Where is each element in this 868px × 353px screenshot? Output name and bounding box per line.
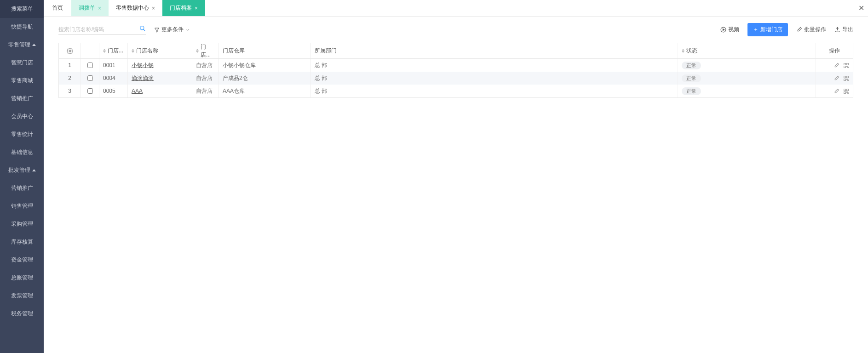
sidebar-item-sales-mgmt[interactable]: 销售管理 [0, 197, 44, 215]
warehouse-column: 门店仓库 [219, 43, 311, 58]
name-column[interactable]: 门店名称 [128, 43, 192, 58]
batch-label: 批量操作 [804, 26, 826, 34]
svg-rect-6 [844, 63, 846, 65]
sidebar-item-member-center[interactable]: 会员中心 [0, 108, 44, 125]
sidebar-item-purchase-mgmt[interactable]: 采购管理 [0, 215, 44, 233]
header-label: 门店... [108, 47, 123, 55]
row-checkbox-cell [81, 85, 99, 97]
sidebar-item-search-menu[interactable]: 搜索菜单 [0, 0, 44, 18]
sidebar-item-retail-mgmt[interactable]: 零售管理 [0, 36, 44, 54]
toolbar: 更多条件 视频 ＋ 新增门店 批量操作 导出 [44, 17, 868, 43]
sidebar-item-ledger-mgmt[interactable]: 总账管理 [0, 269, 44, 287]
row-type: 自营店 [192, 72, 219, 85]
sidebar-item-invoice-mgmt[interactable]: 发票管理 [0, 287, 44, 305]
tab-transfer-order[interactable]: 调拨单× [71, 0, 109, 16]
edit-icon[interactable] [834, 63, 839, 68]
code-column[interactable]: 门店... [99, 43, 128, 58]
tab-label: 首页 [52, 4, 63, 12]
sidebar-item-smart-store[interactable]: 智慧门店 [0, 54, 44, 72]
export-button[interactable]: 导出 [834, 26, 853, 34]
sort-icon [196, 49, 199, 53]
qr-icon[interactable] [843, 75, 849, 81]
export-icon [834, 27, 840, 33]
row-code: 0001 [99, 59, 128, 72]
video-button[interactable]: 视频 [720, 26, 739, 34]
table-row: 10001小畅小畅自营店小畅小畅仓库总 部正常 [59, 59, 853, 72]
tab-label: 零售数据中心 [116, 4, 149, 12]
video-label: 视频 [728, 26, 739, 34]
row-dept: 总 部 [311, 59, 678, 72]
sidebar-item-label: 总账管理 [11, 274, 33, 281]
row-warehouse: AAA仓库 [219, 85, 311, 97]
svg-rect-17 [847, 89, 849, 91]
table-header: 门店... 门店名称 门店... 门店仓库 所属部门 状态 操作 [59, 43, 853, 59]
filter-icon [154, 27, 160, 33]
caret-up-icon [32, 44, 36, 46]
sidebar-item-wholesale-mgmt[interactable]: 批发管理 [0, 161, 44, 179]
svg-rect-9 [847, 66, 848, 67]
edit-icon [796, 27, 802, 33]
sidebar-item-label: 会员中心 [11, 113, 33, 120]
tab-store-archive[interactable]: 门店档案× [162, 0, 205, 16]
search-icon[interactable] [139, 25, 146, 32]
svg-rect-12 [847, 76, 849, 78]
sidebar-item-basic-info[interactable]: 基础信息 [0, 143, 44, 161]
svg-rect-8 [844, 66, 846, 68]
sidebar-item-label: 零售统计 [11, 131, 33, 137]
sidebar-item-marketing2[interactable]: 营销推广 [0, 179, 44, 197]
sidebar-item-tax-mgmt[interactable]: 税务管理 [0, 305, 44, 323]
qr-icon[interactable] [843, 63, 849, 68]
add-store-button[interactable]: ＋ 新增门店 [747, 23, 788, 36]
chevron-down-icon [185, 28, 190, 32]
sidebar-item-label: 营销推广 [11, 95, 33, 102]
row-actions [816, 72, 853, 85]
type-column[interactable]: 门店... [192, 43, 219, 58]
filter-label: 更多条件 [161, 26, 184, 34]
sidebar-item-label: 资金管理 [11, 256, 33, 263]
header-label: 操作 [829, 47, 840, 55]
svg-rect-7 [847, 63, 849, 65]
sidebar-item-marketing[interactable]: 营销推广 [0, 90, 44, 108]
sidebar-item-label: 营销推广 [11, 185, 33, 191]
filter-button[interactable]: 更多条件 [154, 26, 190, 34]
store-link[interactable]: 小畅小畅 [132, 62, 154, 69]
row-warehouse: 产成品2仓 [219, 72, 311, 85]
sidebar-item-inventory[interactable]: 库存核算 [0, 233, 44, 251]
export-label: 导出 [842, 26, 853, 34]
sidebar-item-quick-nav[interactable]: 快捷导航 [0, 18, 44, 36]
row-checkbox[interactable] [87, 75, 93, 81]
store-link[interactable]: AAA [132, 88, 143, 94]
close-icon[interactable]: ✕ [858, 4, 864, 12]
sort-icon [132, 49, 134, 53]
batch-button[interactable]: 批量操作 [796, 26, 826, 34]
qr-icon[interactable] [843, 88, 849, 94]
close-icon[interactable]: × [98, 5, 101, 11]
tab-retail-data[interactable]: 零售数据中心× [109, 0, 162, 16]
sidebar-item-label: 零售管理 [8, 41, 30, 49]
edit-icon[interactable] [834, 88, 839, 94]
svg-rect-10 [848, 67, 849, 68]
main: ✕ 首页 调拨单× 零售数据中心× 门店档案× 更多条件 [44, 0, 868, 353]
close-icon[interactable]: × [195, 5, 198, 11]
status-column[interactable]: 状态 [678, 43, 816, 58]
row-status: 正常 [678, 85, 816, 97]
sidebar-item-fund-mgmt[interactable]: 资金管理 [0, 251, 44, 269]
row-checkbox[interactable] [87, 63, 93, 68]
tab-home[interactable]: 首页 [44, 0, 71, 16]
sidebar-item-retail-mall[interactable]: 零售商城 [0, 72, 44, 90]
sidebar-item-label: 零售商城 [11, 77, 33, 84]
svg-rect-16 [844, 89, 846, 91]
row-index: 1 [59, 59, 81, 72]
close-icon[interactable]: × [152, 5, 155, 11]
sidebar-item-retail-stats[interactable]: 零售统计 [0, 125, 44, 143]
svg-marker-2 [155, 28, 159, 32]
edit-icon[interactable] [834, 75, 839, 81]
sidebar-item-label: 库存核算 [11, 239, 33, 245]
settings-column[interactable] [59, 43, 81, 58]
sidebar-item-label: 销售管理 [11, 203, 33, 209]
row-checkbox[interactable] [87, 88, 93, 94]
row-index: 2 [59, 72, 81, 85]
search-input[interactable] [58, 24, 146, 35]
store-link[interactable]: 滴滴滴滴 [132, 74, 154, 82]
svg-rect-14 [847, 79, 848, 80]
